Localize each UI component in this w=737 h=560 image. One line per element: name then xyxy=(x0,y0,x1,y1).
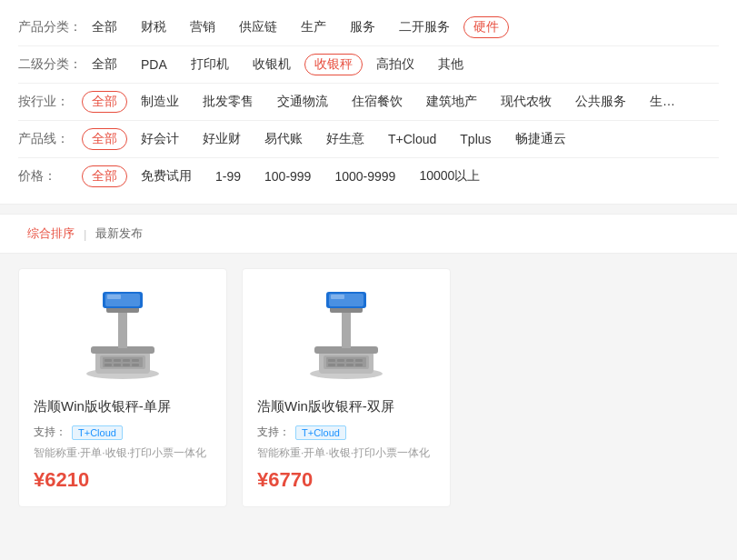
svg-rect-33 xyxy=(337,364,344,366)
filter-item-finance[interactable]: 财税 xyxy=(131,16,176,38)
filter-item-manufacturing[interactable]: 制造业 xyxy=(131,91,189,113)
support-badge: T+Cloud xyxy=(72,425,123,440)
productline-filter-items: 全部好会计好业财易代账好生意T+CloudTplus畅捷通云 xyxy=(82,128,576,150)
svg-rect-34 xyxy=(346,364,354,366)
product-price: ¥6770 xyxy=(257,468,435,492)
industry-filter-label: 按行业： xyxy=(18,94,82,110)
filter-item-other[interactable]: 其他 xyxy=(428,54,473,75)
filter-item-agri[interactable]: 现代农牧 xyxy=(491,91,562,113)
filter-item-printer[interactable]: 打印机 xyxy=(181,54,239,75)
filter-item-production[interactable]: 生产 xyxy=(291,16,336,38)
svg-rect-30 xyxy=(346,359,354,362)
filter-item-service[interactable]: 服务 xyxy=(340,16,385,38)
filter-item-wholesale[interactable]: 批发零售 xyxy=(193,91,264,113)
category-filter-items: 全部财税营销供应链生产服务二开服务硬件 xyxy=(82,16,509,38)
svg-rect-17 xyxy=(132,364,139,366)
svg-rect-31 xyxy=(355,359,363,362)
svg-rect-3 xyxy=(118,310,127,348)
product-desc: 智能称重·开单·收银·打印小票一体化 xyxy=(257,445,435,461)
product-support: 支持：T+Cloud xyxy=(257,425,435,440)
svg-rect-35 xyxy=(355,364,363,366)
filter-item-public[interactable]: 公共服务 xyxy=(565,91,636,113)
filter-item-hardware[interactable]: 硬件 xyxy=(463,16,509,38)
filter-item-scale[interactable]: 收银秤 xyxy=(304,54,363,75)
filter-item-pda[interactable]: PDA xyxy=(131,55,177,75)
filter-item-all[interactable]: 全部 xyxy=(82,165,127,187)
support-label: 支持： xyxy=(34,425,66,440)
svg-rect-13 xyxy=(132,359,139,362)
product-price: ¥6210 xyxy=(34,468,212,492)
subcategory-filter-label: 二级分类： xyxy=(18,56,82,73)
product-image xyxy=(257,287,435,387)
svg-rect-32 xyxy=(328,364,335,366)
filter-item-all[interactable]: 全部 xyxy=(82,16,127,38)
svg-rect-21 xyxy=(342,310,351,348)
category-filter-label: 产品分类： xyxy=(18,19,82,35)
subcategory-filter-items: 全部PDA打印机收银机收银秤高拍仪其他 xyxy=(82,54,473,75)
productline-filter-label: 产品线： xyxy=(18,131,82,147)
industry-filter-items: 全部制造业批发零售交通物流住宿餐饮建筑地产现代农牧公共服务生… xyxy=(82,91,685,113)
svg-rect-29 xyxy=(337,359,344,362)
product-desc: 智能称重·开单·收银·打印小票一体化 xyxy=(34,445,212,461)
product-card-product-2[interactable]: 浩顺Win版收银秤-双屏支持：T+Cloud智能称重·开单·收银·打印小票一体化… xyxy=(242,268,451,507)
price-filter-label: 价格： xyxy=(18,168,82,185)
filter-item-all[interactable]: 全部 xyxy=(82,54,127,75)
filter-item-free[interactable]: 免费试用 xyxy=(131,165,202,187)
svg-rect-28 xyxy=(328,359,335,362)
product-image xyxy=(34,287,212,387)
filter-item-realestate[interactable]: 建筑地产 xyxy=(416,91,487,113)
svg-rect-14 xyxy=(105,364,112,366)
filter-item-tcloud[interactable]: T+Cloud xyxy=(378,129,446,149)
filter-item-biz[interactable]: 好生意 xyxy=(316,128,374,150)
filter-item-proxy[interactable]: 易代账 xyxy=(254,128,313,150)
svg-rect-11 xyxy=(114,359,121,362)
filter-item-highcam[interactable]: 高拍仪 xyxy=(366,54,424,75)
filter-item-all[interactable]: 全部 xyxy=(82,91,127,113)
product-support: 支持：T+Cloud xyxy=(34,425,212,440)
price-filter-items: 全部免费试用1-99100-9991000-999910000以上 xyxy=(82,165,490,187)
svg-rect-15 xyxy=(114,364,121,366)
sort-bar: 综合排序 | 最新发布 xyxy=(0,214,737,254)
filter-item-supply[interactable]: 供应链 xyxy=(229,16,287,38)
filter-item-p2[interactable]: 100-999 xyxy=(254,166,321,186)
svg-rect-16 xyxy=(123,364,130,366)
filter-item-opendev[interactable]: 二开服务 xyxy=(389,16,460,38)
filter-item-marketing[interactable]: 营销 xyxy=(180,16,225,38)
filter-item-transport[interactable]: 交通物流 xyxy=(267,91,338,113)
filter-item-p4[interactable]: 10000以上 xyxy=(409,165,490,187)
sort-item-latest[interactable]: 最新发布 xyxy=(86,222,152,245)
svg-rect-10 xyxy=(105,359,112,362)
price-filter-row: 价格： 全部免费试用1-99100-9991000-999910000以上 xyxy=(18,158,719,195)
filter-item-account[interactable]: 好会计 xyxy=(131,128,189,150)
svg-rect-12 xyxy=(123,359,130,362)
filter-item-cashier[interactable]: 收银机 xyxy=(243,54,301,75)
productline-filter-row: 产品线： 全部好会计好业财易代账好生意T+CloudTplus畅捷通云 xyxy=(18,121,719,158)
filter-item-hotel[interactable]: 住宿餐饮 xyxy=(342,91,413,113)
filter-item-smooth[interactable]: 畅捷通云 xyxy=(505,128,576,150)
filter-item-tplus[interactable]: Tplus xyxy=(450,129,501,149)
product-grid: 浩顺Win版收银秤-单屏支持：T+Cloud智能称重·开单·收银·打印小票一体化… xyxy=(0,254,737,522)
filter-item-p3[interactable]: 1000-9999 xyxy=(324,166,405,186)
subcategory-filter-row: 二级分类： 全部PDA打印机收银机收银秤高拍仪其他 xyxy=(18,46,719,84)
svg-rect-25 xyxy=(331,295,344,299)
filter-item-p1[interactable]: 1-99 xyxy=(205,166,251,186)
support-badge: T+Cloud xyxy=(295,425,346,440)
product-name: 浩顺Win版收银秤-双屏 xyxy=(257,398,435,415)
sort-item-comprehensive[interactable]: 综合排序 xyxy=(18,222,84,245)
filter-item-bio[interactable]: 生… xyxy=(640,91,685,113)
category-filter-row: 产品分类： 全部财税营销供应链生产服务二开服务硬件 xyxy=(18,9,719,46)
support-label: 支持： xyxy=(257,425,290,440)
product-card-product-1[interactable]: 浩顺Win版收银秤-单屏支持：T+Cloud智能称重·开单·收银·打印小票一体化… xyxy=(18,268,227,507)
filter-item-all[interactable]: 全部 xyxy=(82,128,127,150)
svg-rect-7 xyxy=(107,295,121,299)
product-name: 浩顺Win版收银秤-单屏 xyxy=(34,398,212,415)
industry-filter-row: 按行业： 全部制造业批发零售交通物流住宿餐饮建筑地产现代农牧公共服务生… xyxy=(18,84,719,121)
filter-section: 产品分类： 全部财税营销供应链生产服务二开服务硬件 二级分类： 全部PDA打印机… xyxy=(0,0,737,205)
filter-item-finance2[interactable]: 好业财 xyxy=(193,128,251,150)
